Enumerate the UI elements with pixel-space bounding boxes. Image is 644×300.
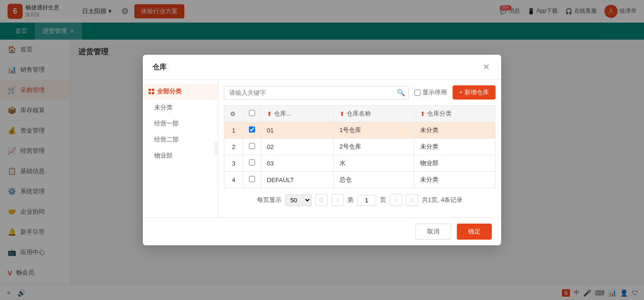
last-page-button[interactable]: ⟩⟩ xyxy=(406,194,418,206)
modal-title: 仓库 xyxy=(152,63,166,72)
th-code: ⬆ 仓库... xyxy=(261,106,334,122)
th-checkbox xyxy=(243,106,261,122)
row-code-1: 01 xyxy=(261,122,334,139)
warehouse-modal: 仓库 ✕ 全部分类 未分类 经营一部 经营二部 物业部 《 xyxy=(143,55,501,245)
collapse-panel-button[interactable]: 《 xyxy=(215,142,218,155)
table-toolbar: 🔍 显示停用 + 新增仓库 xyxy=(224,85,495,100)
table-row[interactable]: 2 02 2号仓库 未分类 xyxy=(224,139,495,155)
row-num-4: 4 xyxy=(224,172,243,188)
row-code-3: 03 xyxy=(261,155,334,172)
row-name-3: 水 xyxy=(333,155,414,172)
warehouse-table: ⚙ ⬆ 仓库... xyxy=(224,105,495,188)
row-num-2: 2 xyxy=(224,139,243,155)
next-page-button[interactable]: › xyxy=(390,194,402,206)
th-name: ⬆ 仓库名称 xyxy=(333,106,414,122)
sort-icon: ⬆ xyxy=(267,110,272,117)
category-all-label: 全部分类 xyxy=(157,87,182,96)
prev-page-button[interactable]: ‹ xyxy=(331,194,344,206)
confirm-button[interactable]: 确定 xyxy=(457,224,492,240)
pagination: 每页显示 50 100 200 ⟨⟨ ‹ 第 页 › ⟩⟩ 共1页, 4条记录 xyxy=(224,188,495,212)
gear-icon: ⚙ xyxy=(230,110,236,117)
row-category-1: 未分类 xyxy=(414,122,495,139)
page-size-label: 每页显示 xyxy=(257,196,281,204)
select-all-checkbox[interactable] xyxy=(249,110,255,116)
search-icon: 🔍 xyxy=(397,89,405,96)
th-category: ⬆ 仓库分类 xyxy=(414,106,495,122)
table-row[interactable]: 4 DEFAULT 总仓 未分类 xyxy=(224,172,495,188)
row-name-2: 2号仓库 xyxy=(333,139,414,155)
page-label: 第 xyxy=(347,196,354,204)
row-name-1: 1号仓库 xyxy=(333,122,414,139)
modal-header: 仓库 ✕ xyxy=(143,55,501,80)
row-check-4[interactable] xyxy=(243,172,261,188)
row-category-2: 未分类 xyxy=(414,139,495,155)
table-row[interactable]: 3 03 水 物业部 xyxy=(224,155,495,172)
show-disabled-checkbox[interactable] xyxy=(414,90,421,96)
search-input-wrap: 🔍 xyxy=(224,86,409,100)
row-category-3: 物业部 xyxy=(414,155,495,172)
modal-close-button[interactable]: ✕ xyxy=(480,61,492,73)
th-gear: ⚙ xyxy=(224,106,243,122)
row-code-2: 02 xyxy=(261,139,334,155)
category-panel: 全部分类 未分类 经营一部 经营二部 物业部 《 xyxy=(143,80,218,217)
first-page-button[interactable]: ⟨⟨ xyxy=(315,194,328,206)
page-size-select[interactable]: 50 100 200 xyxy=(285,194,312,206)
row-num-1: 1 xyxy=(224,122,243,139)
row-num-3: 3 xyxy=(224,155,243,172)
modal-footer: 取消 确定 xyxy=(143,217,501,245)
search-input[interactable] xyxy=(224,86,409,100)
row-name-4: 总仓 xyxy=(333,172,414,188)
category-all-item[interactable]: 全部分类 xyxy=(143,83,218,100)
row-check-2[interactable] xyxy=(243,139,261,155)
total-info: 共1页, 4条记录 xyxy=(422,196,463,204)
row-check-1[interactable] xyxy=(243,122,261,139)
category-item-property[interactable]: 物业部 xyxy=(143,148,218,164)
row-category-4: 未分类 xyxy=(414,172,495,188)
add-warehouse-button[interactable]: + 新增仓库 xyxy=(453,85,495,100)
row-check-3[interactable] xyxy=(243,155,261,172)
page-unit: 页 xyxy=(380,196,386,204)
cancel-button[interactable]: 取消 xyxy=(415,224,451,240)
category-item-ops2[interactable]: 经营二部 xyxy=(143,132,218,148)
sort-icon2: ⬆ xyxy=(339,110,345,117)
show-disabled-label[interactable]: 显示停用 xyxy=(414,88,447,97)
table-row[interactable]: 1 01 1号仓库 未分类 xyxy=(224,122,495,139)
modal-overlay: 仓库 ✕ 全部分类 未分类 经营一部 经营二部 物业部 《 xyxy=(0,0,644,300)
table-panel: 🔍 显示停用 + 新增仓库 ⚙ xyxy=(218,80,501,217)
row-code-4: DEFAULT xyxy=(261,172,334,188)
sort-icon3: ⬆ xyxy=(420,110,425,117)
category-item-ops1[interactable]: 经营一部 xyxy=(143,116,218,132)
page-number-input[interactable] xyxy=(357,195,376,206)
grid-icon xyxy=(149,89,154,94)
modal-body: 全部分类 未分类 经营一部 经营二部 物业部 《 🔍 xyxy=(143,80,501,217)
category-item-unclassified[interactable]: 未分类 xyxy=(143,100,218,116)
